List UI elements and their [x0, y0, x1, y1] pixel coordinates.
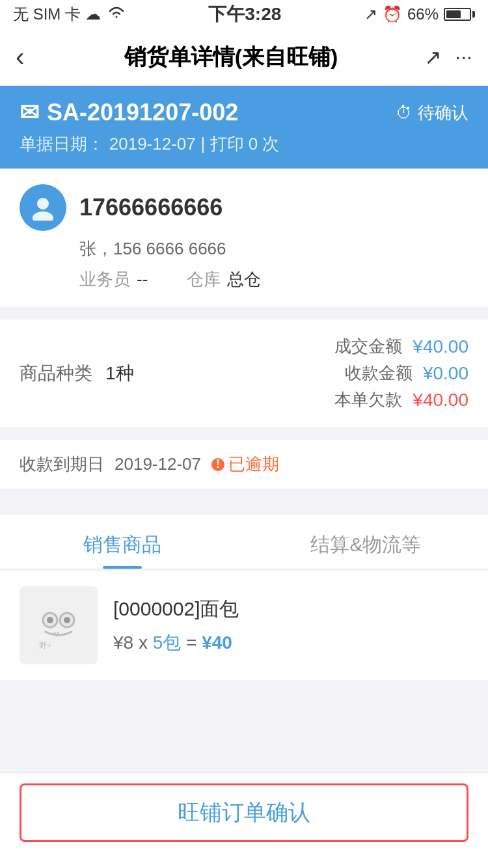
- amounts-group: 成交金额 ¥40.00 收款金额 ¥0.00 本单欠款 ¥40.00: [334, 335, 468, 411]
- product-price: ¥8: [113, 632, 133, 653]
- staff-item: 业务员 --: [79, 268, 148, 291]
- status-right: ↗ ⏰ 66%: [364, 5, 475, 23]
- status-time: 下午3:28: [208, 2, 281, 27]
- confirm-order-button[interactable]: 旺铺订单确认: [20, 783, 468, 842]
- battery-icon: [444, 8, 475, 21]
- order-date-row: 单据日期： 2019-12-07 | 打印 0 次: [20, 133, 468, 156]
- owed-row: 本单欠款 ¥40.00: [334, 388, 468, 411]
- due-date-label: 收款到期日: [20, 453, 104, 476]
- summary-row: 商品种类 1种 成交金额 ¥40.00 收款金额 ¥0.00 本单欠款 ¥40.…: [20, 335, 468, 411]
- product-type-label: 商品种类: [20, 361, 92, 386]
- tab-settlement[interactable]: 结算&物流等: [244, 515, 488, 569]
- wifi-icon: [107, 5, 126, 23]
- svg-point-0: [37, 198, 49, 210]
- svg-point-5: [64, 617, 70, 623]
- received-row: 收款金额 ¥0.00: [345, 362, 468, 385]
- back-button[interactable]: ‹: [16, 42, 55, 72]
- product-info: [0000002]面包 ¥8 x 5包 = ¥40: [113, 596, 468, 655]
- divider-2: [0, 427, 488, 440]
- order-id-icon: ✉: [20, 99, 39, 126]
- order-status: ⏱ 待确认: [396, 102, 468, 124]
- order-print-info: | 打印 0 次: [201, 134, 280, 154]
- product-eq: =: [186, 632, 197, 653]
- product-type-group: 商品种类 1种: [20, 361, 134, 386]
- product-card: 野+ [0000002]面包 ¥8 x 5包 = ¥40: [0, 571, 488, 680]
- product-mult: x: [139, 632, 148, 653]
- tabs-container: 销售商品 结算&物流等: [0, 515, 488, 569]
- product-total: ¥40: [202, 632, 232, 653]
- divider-3: [0, 489, 488, 502]
- svg-text:野+: 野+: [39, 641, 51, 650]
- nav-actions: ↗ ···: [407, 45, 472, 70]
- staff-value: --: [137, 269, 148, 290]
- status-bar: 无 SIM 卡 ☁ 下午3:28 ↗ ⏰ 66%: [0, 0, 488, 29]
- tab-products[interactable]: 销售商品: [0, 515, 244, 569]
- customer-card: 17666666666 张，156 6666 6666 业务员 -- 仓库 总仓: [0, 169, 488, 306]
- order-date-label: 单据日期：: [20, 134, 104, 154]
- product-type-value: 1种: [105, 361, 134, 386]
- sim-label: 无 SIM 卡 ☁: [13, 4, 101, 25]
- product-name: [0000002]面包: [113, 596, 468, 623]
- confirm-button-label: 旺铺订单确认: [178, 798, 310, 828]
- overdue-text: 已逾期: [228, 453, 279, 476]
- overdue-badge: ! 已逾期: [211, 453, 279, 476]
- owed-label: 本单欠款: [334, 388, 402, 411]
- order-header: ✉ SA-20191207-002 ⏱ 待确认 单据日期： 2019-12-07…: [0, 86, 488, 169]
- amount-value: ¥40.00: [413, 336, 468, 357]
- alarm-icon: ⏰: [383, 5, 402, 23]
- divider-1: [0, 306, 488, 319]
- page-title: 销货单详情(来自旺铺): [55, 42, 407, 72]
- customer-phone: 17666666666: [79, 194, 223, 221]
- due-date-card: 收款到期日 2019-12-07 ! 已逾期: [0, 440, 488, 489]
- warehouse-value: 总仓: [227, 268, 261, 291]
- order-id-text: SA-20191207-002: [47, 99, 238, 126]
- warehouse-item: 仓库 总仓: [187, 268, 261, 291]
- amount-row: 成交金额 ¥40.00: [334, 335, 468, 358]
- warehouse-label: 仓库: [187, 268, 221, 291]
- received-label: 收款金额: [345, 362, 413, 385]
- more-button[interactable]: ···: [455, 45, 472, 69]
- battery-label: 66%: [407, 5, 439, 23]
- staff-label: 业务员: [79, 268, 130, 291]
- summary-card: 商品种类 1种 成交金额 ¥40.00 收款金额 ¥0.00 本单欠款 ¥40.…: [0, 319, 488, 427]
- nav-bar: ‹ 销货单详情(来自旺铺) ↗ ···: [0, 29, 488, 86]
- svg-point-4: [47, 617, 53, 623]
- bottom-bar: 旺铺订单确认: [0, 772, 488, 868]
- product-qty: 5包: [153, 632, 182, 653]
- received-value: ¥0.00: [423, 363, 468, 384]
- tab-settlement-label: 结算&物流等: [310, 534, 421, 555]
- customer-meta: 业务员 -- 仓库 总仓: [79, 268, 468, 291]
- product-calc: ¥8 x 5包 = ¥40: [113, 631, 468, 655]
- order-date-value: 2019-12-07: [109, 134, 196, 154]
- order-id-row: ✉ SA-20191207-002 ⏱ 待确认: [20, 99, 468, 126]
- svg-point-1: [33, 211, 53, 221]
- customer-phone-row: 17666666666: [20, 184, 468, 231]
- share-button[interactable]: ↗: [424, 45, 442, 70]
- status-clock-icon: ⏱: [396, 103, 413, 123]
- amount-label: 成交金额: [334, 335, 402, 358]
- tabs-row: 销售商品 结算&物流等: [0, 515, 488, 569]
- customer-name: 张，156 6666 6666: [79, 237, 468, 260]
- overdue-icon: !: [211, 458, 224, 471]
- order-id: ✉ SA-20191207-002: [20, 99, 238, 126]
- product-thumbnail: 野+: [20, 586, 98, 664]
- customer-avatar: [20, 184, 66, 231]
- owed-value: ¥40.00: [413, 390, 468, 411]
- location-icon: ↗: [364, 5, 377, 23]
- status-text: 待确认: [418, 102, 468, 124]
- due-date-value: 2019-12-07: [115, 454, 201, 474]
- tab-products-label: 销售商品: [83, 534, 161, 555]
- status-left: 无 SIM 卡 ☁: [13, 4, 126, 25]
